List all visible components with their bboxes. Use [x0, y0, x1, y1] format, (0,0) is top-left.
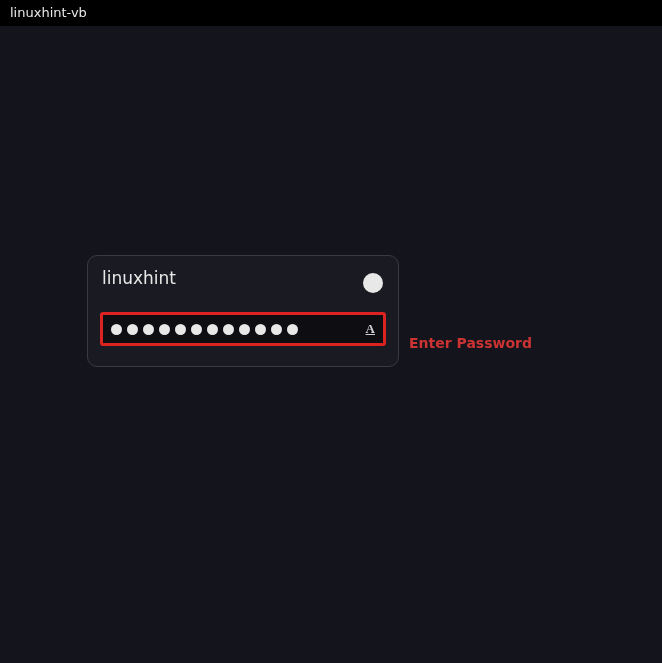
- password-dot: [223, 324, 234, 335]
- svg-point-0: [363, 273, 383, 293]
- password-dot: [287, 324, 298, 335]
- password-input[interactable]: A: [100, 312, 386, 346]
- caps-lock-icon: A: [366, 321, 375, 337]
- password-dot: [255, 324, 266, 335]
- password-dot: [175, 324, 186, 335]
- password-dot: [207, 324, 218, 335]
- password-dot: [159, 324, 170, 335]
- password-dot: [271, 324, 282, 335]
- password-dot: [191, 324, 202, 335]
- session-selector-icon[interactable]: [362, 272, 384, 294]
- desktop-background: linuxhint-vb linuxhint A Enter Password: [0, 0, 662, 663]
- top-bar: linuxhint-vb: [0, 0, 662, 26]
- password-dot: [127, 324, 138, 335]
- username-label: linuxhint: [100, 268, 176, 288]
- enter-password-annotation: Enter Password: [409, 335, 532, 351]
- password-dot: [143, 324, 154, 335]
- hostname-label: linuxhint-vb: [10, 5, 87, 20]
- password-row: A: [100, 312, 386, 346]
- login-header: linuxhint: [100, 268, 386, 294]
- login-panel: linuxhint A: [87, 255, 399, 367]
- password-dot: [111, 324, 122, 335]
- password-mask: [111, 324, 298, 335]
- password-dot: [239, 324, 250, 335]
